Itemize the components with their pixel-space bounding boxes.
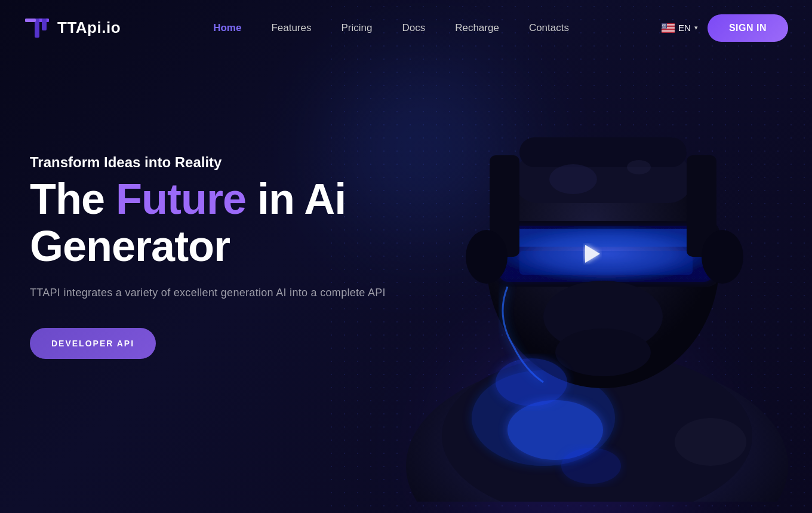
chevron-down-icon: ▾ [694, 24, 698, 32]
svg-point-33 [664, 26, 665, 27]
svg-rect-53 [519, 137, 687, 167]
nav-item-contacts[interactable]: Contacts [529, 22, 569, 34]
svg-point-57 [702, 230, 743, 284]
svg-point-19 [663, 24, 664, 24]
svg-point-61 [549, 164, 597, 194]
flag-icon [662, 23, 675, 33]
nav-item-recharge[interactable]: Recharge [455, 22, 499, 34]
hero-content: Transform Ideas into Reality The Future … [0, 154, 537, 359]
navbar: TTApi.io Home Features Pricing Docs Rech… [0, 0, 812, 56]
svg-point-22 [662, 25, 663, 26]
hero-title-line2-before: The [30, 175, 116, 223]
svg-point-35 [666, 26, 666, 27]
nav-links: Home Features Pricing Docs Recharge Cont… [213, 22, 569, 34]
hero-subtitle: TTAPI integrates a variety of excellent … [30, 287, 388, 299]
nav-item-pricing[interactable]: Pricing [341, 22, 372, 34]
nav-item-docs[interactable]: Docs [402, 22, 425, 34]
nav-right: EN ▾ SIGN IN [662, 14, 788, 42]
svg-rect-10 [662, 30, 675, 30]
svg-point-38 [665, 27, 665, 27]
svg-point-15 [664, 23, 665, 24]
svg-point-25 [665, 25, 666, 26]
svg-point-63 [675, 418, 746, 466]
svg-rect-11 [662, 31, 675, 32]
svg-point-34 [665, 26, 666, 27]
svg-point-14 [663, 23, 664, 24]
nav-link-recharge[interactable]: Recharge [455, 22, 499, 33]
svg-rect-4 [42, 19, 47, 30]
svg-point-24 [664, 25, 665, 26]
language-code: EN [678, 23, 691, 33]
hero-title-highlight: into Reality [144, 154, 222, 170]
logo-text: TTApi.io [57, 19, 121, 37]
hero-title-line2: The Future in Ai Generator [30, 176, 537, 270]
svg-point-32 [663, 26, 664, 27]
nav-link-contacts[interactable]: Contacts [529, 22, 569, 33]
developer-api-button[interactable]: DEVELOPER API [30, 328, 156, 359]
svg-point-37 [663, 27, 664, 27]
svg-point-64 [561, 448, 621, 484]
nav-item-home[interactable]: Home [213, 22, 241, 34]
svg-point-29 [665, 26, 665, 26]
svg-point-28 [663, 26, 664, 26]
svg-point-20 [665, 24, 665, 24]
svg-rect-51 [519, 251, 693, 275]
svg-point-59 [555, 328, 651, 376]
svg-point-31 [662, 26, 663, 27]
svg-point-60 [496, 358, 567, 406]
svg-rect-2 [25, 19, 36, 22]
svg-point-13 [662, 23, 663, 24]
svg-rect-9 [662, 28, 675, 29]
nav-link-features[interactable]: Features [271, 22, 311, 33]
nav-link-docs[interactable]: Docs [402, 22, 425, 33]
svg-point-62 [627, 160, 651, 174]
svg-point-18 [663, 24, 663, 24]
svg-point-21 [665, 24, 666, 24]
hero-title-line1: Transform Ideas into Reality [30, 154, 537, 171]
svg-point-27 [663, 26, 663, 26]
hero-section: Transform Ideas into Reality The Future … [0, 0, 812, 513]
svg-point-23 [663, 25, 664, 26]
svg-point-16 [665, 23, 666, 24]
nav-link-home[interactable]: Home [213, 22, 241, 33]
svg-point-26 [666, 25, 666, 26]
hero-title-line1-text: Transform Ideas [30, 154, 144, 170]
svg-point-36 [663, 27, 663, 27]
nav-item-features[interactable]: Features [271, 22, 311, 34]
logo[interactable]: TTApi.io [24, 15, 121, 41]
svg-point-17 [666, 23, 666, 24]
hero-future-highlight: Future [116, 175, 246, 223]
language-selector[interactable]: EN ▾ [662, 23, 698, 33]
svg-point-30 [665, 26, 666, 26]
svg-point-39 [665, 27, 666, 27]
sign-in-button[interactable]: SIGN IN [708, 14, 788, 42]
nav-link-pricing[interactable]: Pricing [341, 22, 372, 33]
logo-icon [24, 15, 50, 41]
